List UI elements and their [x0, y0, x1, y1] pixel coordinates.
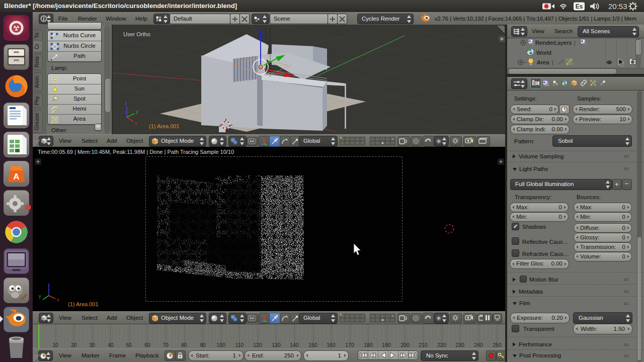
- svg-text:A: A: [13, 172, 19, 182]
- svg-text:y: y: [136, 109, 138, 114]
- svg-text:RenderLayers: RenderLayers: [535, 40, 572, 46]
- svg-text:Time:00:05.69 | Mem:10.45M, Pe: Time:00:05.69 | Mem:10.45M, Peak:11.98M …: [38, 149, 234, 155]
- svg-text:x: x: [135, 121, 137, 126]
- svg-text:Area: Area: [537, 59, 549, 65]
- svg-text:|: |: [574, 40, 576, 46]
- svg-text:(1) Area.001: (1) Area.001: [68, 301, 99, 307]
- svg-text:x: x: [57, 297, 59, 302]
- svg-text:(1) Area.001: (1) Area.001: [149, 123, 180, 129]
- svg-text:y: y: [39, 294, 41, 299]
- svg-text:|: |: [552, 59, 553, 65]
- svg-text:20:53: 20:53: [608, 2, 627, 11]
- svg-text:Es: Es: [576, 3, 583, 10]
- svg-text:z: z: [125, 101, 127, 106]
- svg-text:User Ortho: User Ortho: [123, 31, 150, 37]
- svg-text:World: World: [536, 50, 551, 56]
